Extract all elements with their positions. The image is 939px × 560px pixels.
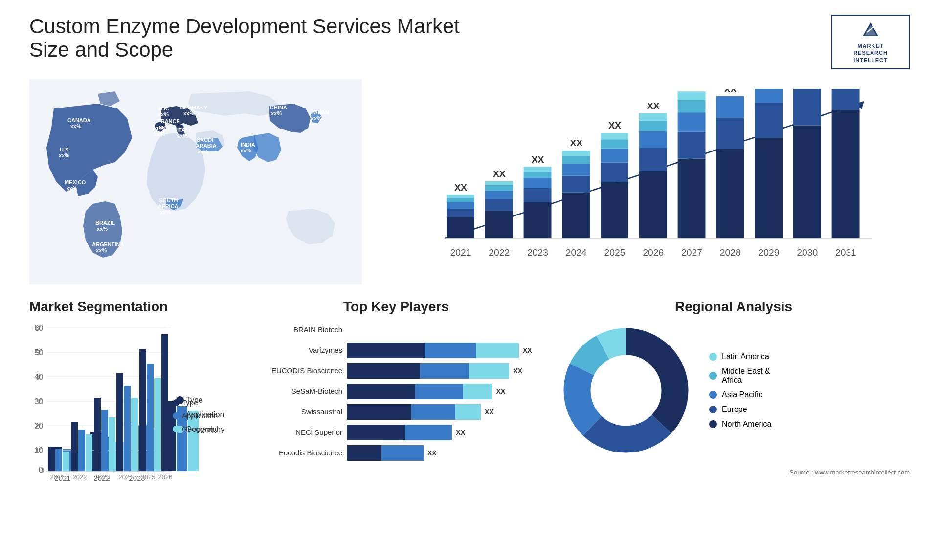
svg-rect-22 [524,178,552,188]
regional-section: Regional Analysis [558,299,910,534]
segmentation-title: Market Segmentation [29,299,235,315]
svg-rect-121 [48,447,55,471]
svg-rect-68 [832,89,860,110]
svg-rect-7 [447,209,474,217]
svg-text:2021: 2021 [450,247,471,258]
header: Custom Enzyme Development Services Marke… [29,15,910,69]
china-label: CHINA [270,105,287,110]
svg-text:Type: Type [182,398,198,407]
mexico-value: xx% [67,185,77,191]
latin-dot [709,353,717,361]
svg-rect-27 [562,193,590,239]
italy-label: ITALY [177,127,192,133]
legend-item-latin: Latin America [709,352,771,361]
svg-rect-131 [124,386,131,471]
svg-text:2026: 2026 [158,474,173,481]
svg-text:30: 30 [35,398,43,406]
svg-text:2027: 2027 [681,247,702,258]
players-title: Top Key Players [254,299,538,315]
svg-rect-21 [524,188,552,202]
svg-text:2025: 2025 [141,474,156,481]
page-title: Custom Enzyme Development Services Marke… [29,15,470,62]
legend-item-na: North America [709,420,771,429]
svg-rect-62 [755,89,782,103]
latin-label: Latin America [722,352,769,361]
svg-text:60: 60 [35,324,43,332]
svg-text:2024: 2024 [566,247,587,258]
player-name: Varizymes [254,346,342,354]
svg-rect-136 [161,334,168,471]
player-value: XX [485,408,494,416]
player-bar-container: XX [347,445,538,461]
svg-text:XX: XX [647,101,660,111]
player-row: Varizymes XX [254,343,538,358]
svg-rect-8 [447,202,474,209]
apac-label: Asia Pacific [722,390,762,399]
player-bar-container: XX [347,384,538,399]
player-value: XX [427,449,437,457]
page-container: Custom Enzyme Development Services Marke… [0,0,939,560]
svg-text:2030: 2030 [797,247,818,258]
argentina-value: xx% [96,247,107,253]
svg-rect-6 [447,217,474,238]
svg-rect-129 [109,417,115,471]
saudi-label2: ARABIA [196,143,217,149]
apac-dot [709,391,717,399]
svg-rect-38 [601,133,628,139]
svg-rect-30 [562,156,590,164]
svg-text:XX: XX [454,182,467,193]
player-bar-container: XX [347,425,538,440]
svg-rect-126 [86,434,92,471]
svg-rect-44 [639,121,667,131]
svg-rect-67 [832,110,860,239]
germany-value: xx% [183,110,194,116]
svg-point-143 [173,399,179,406]
svg-rect-10 [447,195,474,198]
france-label: FRANCE [157,118,180,124]
svg-rect-41 [639,171,667,238]
svg-rect-122 [55,449,62,471]
us-value: xx% [59,152,69,158]
svg-rect-29 [562,164,590,176]
svg-text:2028: 2028 [720,247,741,258]
us-label: U.S. [60,147,70,152]
player-row: Eucodis Bioscience XX [254,445,538,461]
svg-rect-36 [601,149,628,163]
japan-label: JAPAN [311,109,329,115]
italy-value: xx% [177,133,188,139]
player-value: XX [514,367,523,375]
svg-rect-9 [447,198,474,202]
player-name: BRAIN Biotech [254,325,342,334]
svg-rect-49 [678,131,706,158]
svg-rect-57 [716,96,744,118]
player-name: EUCODIS Bioscience [254,366,342,375]
players-chart: BRAIN Biotech Varizymes XX [254,322,538,461]
svg-text:2024: 2024 [119,474,133,481]
saudi-label: SAUDI [197,137,213,143]
svg-rect-50 [678,112,706,131]
canada-value: xx% [70,123,81,129]
svg-rect-35 [601,162,628,182]
svg-text:0: 0 [40,466,44,474]
players-section: Top Key Players BRAIN Biotech Varizymes [254,299,538,534]
svg-text:2023: 2023 [527,247,548,258]
player-row: Swissaustral XX [254,404,538,420]
svg-text:2021: 2021 [50,474,65,481]
germany-label: GERMANY [180,105,208,110]
player-name: SeSaM-Biotech [254,387,342,395]
uk-label: U.K. [158,106,169,111]
svg-text:Application: Application [182,411,218,420]
svg-text:Geography: Geography [182,425,219,433]
donut-chart [558,322,694,459]
europe-dot [709,406,717,413]
spain-label: SPAIN [154,126,170,131]
svg-text:XX: XX [532,154,544,164]
na-label: North America [722,420,771,429]
svg-rect-28 [562,176,590,193]
svg-text:XX: XX [724,89,737,94]
svg-rect-55 [716,149,744,238]
svg-rect-31 [562,151,590,156]
player-bar-container: XX [347,343,538,358]
svg-rect-23 [524,172,552,178]
svg-text:2022: 2022 [489,247,510,258]
